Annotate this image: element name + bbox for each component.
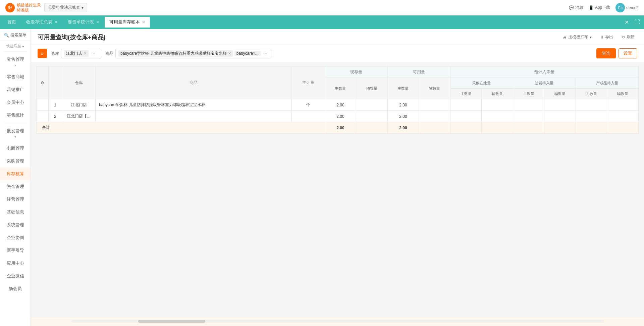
- summary-row: 合计 2.00 2.00: [37, 122, 639, 134]
- horizontal-scrollbar[interactable]: [71, 320, 604, 323]
- setting-btn[interactable]: 设置: [619, 48, 637, 58]
- sidebar-item-retail-mgmt[interactable]: 零售管理 ▾: [0, 53, 31, 71]
- data-table: ⚙ 仓库 商品 主计量 现存量: [36, 66, 639, 134]
- sidebar-item-retail-mall[interactable]: 零售商城: [0, 71, 31, 83]
- chevron-down-icon: ▾: [14, 63, 16, 67]
- cell-production-aux-2: [607, 111, 639, 122]
- col-gear[interactable]: ⚙: [37, 66, 49, 99]
- refresh-btn[interactable]: ↻ 刷新: [619, 33, 637, 41]
- warehouse-more[interactable]: ···: [90, 51, 97, 56]
- warehouse-input[interactable]: 江北门店 ✕ ···: [61, 49, 101, 58]
- page-header: 可用量查询(按仓库+商品) 🖨 按模板打印 ▾ ⬇ 导出 ↻ 刷新: [31, 29, 644, 45]
- export-btn[interactable]: ⬇ 导出: [598, 33, 616, 41]
- col-purchase-aux-header: 辅数量: [482, 89, 513, 99]
- expand-window-btn[interactable]: ⛶: [633, 18, 641, 26]
- warehouse-tag-close[interactable]: ✕: [84, 51, 87, 56]
- summary-production-aux: [607, 122, 639, 134]
- tab-stock-summary[interactable]: 收发存汇总表 ✕: [21, 17, 62, 28]
- sidebar-item-sys-mgmt[interactable]: 系统管理: [0, 219, 31, 231]
- tab-order-stats[interactable]: 要货单统计表 ✕: [63, 17, 104, 28]
- tab-close-stock-summary[interactable]: ✕: [54, 20, 58, 25]
- sidebar-item-inventory[interactable]: 库存核算: [0, 168, 31, 180]
- search-menu-btn[interactable]: 🔍 搜索菜单: [0, 29, 31, 41]
- cell-unit-2: [291, 111, 325, 122]
- summary-incoming-aux: [544, 122, 576, 134]
- cell-num-2: 2: [49, 111, 62, 122]
- message-btn[interactable]: 💬 消息: [569, 5, 583, 10]
- sidebar-item-finance[interactable]: 资金管理: [0, 180, 31, 193]
- cell-stock-main-2: 2.00: [325, 111, 356, 122]
- user-menu[interactable]: Ea demo2: [615, 3, 639, 12]
- sidebar-item-wholesale-mgmt[interactable]: 批发管理 ▾: [0, 125, 31, 142]
- logo-text: 畅捷通好生意 标准版: [17, 3, 41, 12]
- col-production-main-header: 主数量: [576, 89, 607, 99]
- col-stock-group-header: 现存量: [325, 66, 387, 78]
- filter-toggle-btn[interactable]: »: [38, 49, 47, 58]
- summary-stock-main: 2.00: [325, 122, 356, 134]
- sidebar-item-ecommerce[interactable]: 电商管理: [0, 142, 31, 155]
- tab-home[interactable]: 首页: [3, 17, 21, 28]
- mobile-icon: 📱: [589, 5, 594, 10]
- app-download-btn[interactable]: 📱 App下载: [589, 5, 610, 10]
- sidebar-item-operations[interactable]: 经营管理: [0, 193, 31, 206]
- col-stock-main-header: 主数量: [325, 78, 356, 99]
- warehouse-tag: 江北门店 ✕: [64, 50, 89, 57]
- tab-close-order-stats[interactable]: ✕: [96, 20, 99, 25]
- sidebar-item-marketing[interactable]: 营销推广: [0, 83, 31, 96]
- query-btn[interactable]: 查询: [596, 48, 616, 58]
- product-tag-1-close[interactable]: ✕: [228, 51, 231, 56]
- quick-nav-label[interactable]: 快捷导航 ▸: [0, 41, 31, 50]
- sidebar-item-retail-stats[interactable]: 零售统计: [0, 109, 31, 122]
- product-input[interactable]: babycare学饮杯 儿童防摔防撞吸管杯重力球吸嘴杯宝宝水杯 ✕ babyca…: [115, 49, 271, 58]
- tab-available-inventory[interactable]: 可用量库存账本 ✕: [105, 17, 150, 28]
- sidebar-item-app-center[interactable]: 应用中心: [0, 257, 31, 270]
- cell-incoming-main-1: [513, 99, 544, 111]
- cell-incoming-main-2: [513, 111, 544, 122]
- sidebar-divider-2: [4, 123, 26, 123]
- print-btn[interactable]: 🖨 按模板打印 ▾: [560, 33, 594, 41]
- tab-close-available-inventory[interactable]: ✕: [142, 20, 145, 25]
- chevron-down-icon: ▾: [82, 5, 84, 10]
- col-available-main-header: 主数量: [387, 78, 419, 99]
- sidebar-item-basic-info[interactable]: 基础信息: [0, 206, 31, 219]
- sidebar-divider-1: [4, 51, 26, 52]
- sidebar-item-purchase-mgmt[interactable]: 采购管理: [0, 155, 31, 168]
- product-filter: 商品 babycare学饮杯 儿童防摔防撞吸管杯重力球吸嘴杯宝宝水杯 ✕ bab…: [105, 49, 271, 58]
- cell-gear-2: [37, 111, 49, 122]
- summary-available-aux: [419, 122, 450, 134]
- col-incoming-main-header: 主数量: [513, 89, 544, 99]
- summary-available-main: 2.00: [387, 122, 419, 134]
- sidebar-item-vip[interactable]: 畅会员: [0, 282, 31, 295]
- col-stock-aux-header: 辅数量: [356, 78, 388, 99]
- page-actions: 🖨 按模板打印 ▾ ⬇ 导出 ↻ 刷新: [560, 33, 637, 41]
- message-icon: 💬: [569, 5, 574, 10]
- nav-tabs: 首页 收发存汇总表 ✕ 要货单统计表 ✕ 可用量库存账本 ✕ ✕ ⛶: [0, 15, 644, 29]
- main-layout: 🔍 搜索菜单 快捷导航 ▸ 零售管理 ▾ 零售商城 营销推广 会员中心 零售统计…: [0, 29, 644, 326]
- col-row-num: [49, 66, 62, 99]
- window-controls: ✕ ⛶: [623, 18, 641, 26]
- summary-incoming-main: [513, 122, 544, 134]
- sidebar-item-member-center[interactable]: 会员中心: [0, 96, 31, 109]
- sidebar-item-enterprise[interactable]: 企业协同: [0, 231, 31, 244]
- scrollbar-thumb[interactable]: [138, 320, 205, 323]
- cell-production-main-1: [576, 99, 607, 111]
- industry-selector[interactable]: 母婴行业演示账套 ▾: [44, 3, 87, 12]
- refresh-icon: ↻: [622, 35, 625, 40]
- cell-warehouse-1: 江北门店: [62, 99, 96, 111]
- sidebar-item-new-guide[interactable]: 新手引导: [0, 244, 31, 257]
- col-unit-header: 主计量: [291, 66, 325, 99]
- filter-actions: 查询 设置: [596, 48, 637, 58]
- sidebar-item-enterprise-wechat[interactable]: 企业微信: [0, 270, 31, 282]
- table-container: ⚙ 仓库 商品 主计量 现存量: [31, 62, 644, 317]
- col-production-group-header: 产成品待入量: [576, 78, 638, 89]
- product-more[interactable]: ···: [262, 51, 269, 56]
- cell-incoming-aux-1: [544, 99, 576, 111]
- cell-purchase-main-1: [450, 99, 482, 111]
- close-window-btn[interactable]: ✕: [623, 18, 631, 26]
- export-icon: ⬇: [600, 35, 604, 40]
- cell-available-aux-2: [419, 111, 450, 122]
- search-icon: 🔍: [4, 33, 9, 38]
- col-purchase-group-header: 采购在途量: [450, 78, 513, 89]
- cell-production-aux-1: [607, 99, 639, 111]
- table-row: 2 江北门店【... 2.00: [37, 111, 639, 122]
